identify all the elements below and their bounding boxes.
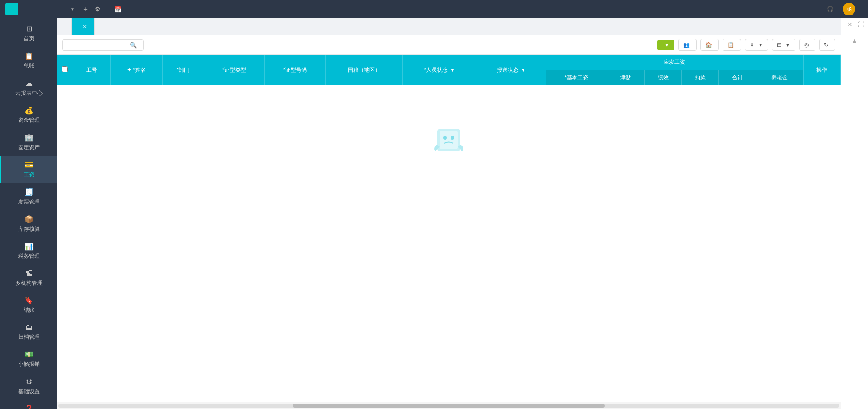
sidebar-icon-salary: 💳 (24, 161, 34, 169)
refresh-btn[interactable]: ↻ (819, 39, 835, 51)
sidebar-label-tax: 税务管理 (18, 253, 40, 260)
sidebar: ⊞首页📋总账☁云报表中心💰资金管理🏢固定资产💳工资🧾发票管理📦库存核算📊税务管理… (0, 18, 57, 409)
sidebar-icon-fund: 💰 (24, 106, 34, 115)
sidebar-label-checkout: 结账 (24, 307, 34, 314)
sidebar-icon-inventory: 📦 (24, 215, 34, 224)
deduct-icon: 🏠 (705, 42, 712, 48)
th-dept: *部门 (162, 55, 204, 85)
sidebar-label-settings: 基础设置 (18, 388, 40, 395)
panel-header: ✕ ⛶ (841, 18, 868, 31)
emp-status-filter-icon: ▼ (450, 68, 455, 73)
tab-bar: ✕ (57, 18, 841, 35)
export-btn[interactable]: ⬇ ▼ (745, 39, 768, 51)
search-wrap: 🔍 (62, 39, 144, 51)
main-layout: ⊞首页📋总账☁云报表中心💰资金管理🏢固定资产💳工资🧾发票管理📦库存核算📊税务管理… (0, 18, 868, 409)
sidebar-item-home[interactable]: ⊞首页 (0, 20, 57, 47)
sidebar-item-new-guide[interactable]: ❓新手引导 (0, 400, 57, 409)
th-emp-status[interactable]: *人员状态 ▼ (402, 55, 476, 85)
operation-btn[interactable]: ⊟ ▼ (772, 39, 795, 51)
close-panel-btn[interactable]: ✕ (845, 20, 854, 29)
logo-area (5, 3, 62, 15)
tab-salary[interactable]: ✕ (72, 18, 95, 35)
sidebar-item-inventory[interactable]: 📦库存核算 (0, 210, 57, 238)
svg-rect-1 (440, 131, 458, 149)
header-right: 🎧 畅 (827, 3, 863, 15)
sidebar-icon-archive: 🗂 (25, 323, 33, 331)
add-person-btn[interactable]: ▼ (657, 40, 674, 50)
social-security-btn[interactable]: 👥 (678, 39, 697, 51)
operation-dropdown-arrow: ▼ (785, 42, 790, 48)
th-name: ✦ *姓名 (110, 55, 162, 85)
th-base-salary: *基本工资 (546, 70, 607, 86)
guide-btn[interactable]: ◎ (799, 39, 815, 51)
content-area: ✕ 🔍 ▼ 👥 🏠 📋 (57, 18, 841, 409)
sidebar-item-cloud-report[interactable]: ☁云报表中心 (0, 74, 57, 102)
sidebar-item-invoice[interactable]: 🧾发票管理 (0, 183, 57, 210)
service-btn[interactable]: 🎧 (827, 6, 835, 12)
sidebar-item-checkout[interactable]: 🔖结账 (0, 292, 57, 319)
th-nationality: 国籍（地区） (325, 55, 402, 85)
date-sidebar-panel: ✕ ⛶ ▲ (841, 18, 868, 409)
scroll-track[interactable] (58, 404, 839, 408)
sidebar-icon-settings: ⚙ (26, 377, 32, 386)
tab-home[interactable] (57, 18, 72, 35)
sidebar-label-salary: 工资 (24, 171, 34, 179)
sidebar-label-home: 首页 (24, 35, 34, 43)
add-company-btn[interactable]: ＋ (82, 5, 89, 14)
sidebar-item-settings[interactable]: ⚙基础设置 (0, 373, 57, 400)
expand-panel-btn[interactable]: ⛶ (856, 20, 866, 29)
search-input[interactable] (66, 42, 130, 48)
sidebar-label-expense: 小畅报销 (18, 360, 40, 368)
tab-close-icon[interactable]: ✕ (82, 24, 87, 30)
salary-table: 工号 ✦ *姓名 *部门 *证型类型 *证型号码 国籍（地区） *人员状态 ▼ … (57, 55, 841, 86)
sidebar-item-archive[interactable]: 🗂归档管理 (0, 319, 57, 346)
sidebar-icon-new-guide: ❓ (24, 404, 34, 409)
date-month-list: ▲ (841, 35, 868, 409)
scroll-thumb[interactable] (293, 404, 605, 408)
th-allowance: 津贴 (607, 70, 644, 86)
special-deduct-btn[interactable]: 🏠 (700, 39, 719, 51)
logo-icon (5, 3, 18, 15)
empty-icon (431, 122, 467, 158)
th-actions: 操作 (803, 55, 840, 85)
th-checkbox[interactable] (57, 55, 73, 85)
operation-icon: ⊟ (777, 42, 781, 48)
top-header: ▼ ＋ ⚙ 📅 🎧 畅 (0, 0, 868, 18)
income-tax-btn[interactable]: 📋 (723, 39, 741, 51)
social-security-icon: 👥 (683, 42, 690, 48)
sidebar-label-multi-org: 多机构管理 (15, 279, 43, 287)
select-all-checkbox[interactable] (62, 66, 68, 72)
date-panel-header (841, 31, 868, 35)
sidebar-label-archive: 归档管理 (18, 333, 40, 341)
company-dropdown-arrow: ▼ (70, 7, 75, 12)
sidebar-label-fixed-assets: 固定资产 (18, 144, 40, 151)
sidebar-label-ledger: 总账 (24, 62, 34, 70)
company-selector[interactable]: ▼ (68, 7, 75, 12)
sidebar-item-multi-org[interactable]: 🏗多机构管理 (0, 265, 57, 292)
sidebar-icon-tax: 📊 (24, 242, 34, 251)
sidebar-icon-cloud-report: ☁ (25, 79, 33, 88)
sidebar-label-fund: 资金管理 (18, 117, 40, 124)
sidebar-item-tax[interactable]: 📊税务管理 (0, 238, 57, 265)
sidebar-item-salary[interactable]: 💳工资 (0, 156, 57, 183)
sidebar-label-invoice: 发票管理 (18, 198, 40, 206)
th-performance: 绩效 (644, 70, 681, 86)
sidebar-item-ledger[interactable]: 📋总账 (0, 47, 57, 74)
avatar: 畅 (843, 3, 855, 15)
settings-icon[interactable]: ⚙ (95, 5, 101, 13)
sidebar-icon-ledger: 📋 (24, 52, 34, 60)
sidebar-item-fixed-assets[interactable]: 🏢固定资产 (0, 129, 57, 156)
th-id-no: *证型号码 (265, 55, 326, 85)
tax-icon: 📋 (727, 42, 734, 48)
sidebar-icon-invoice: 🧾 (24, 188, 34, 196)
sidebar-icon-multi-org: 🏗 (25, 269, 33, 278)
th-id-type: *证型类型 (204, 55, 265, 85)
period-area: 📅 (108, 6, 121, 13)
calendar-icon[interactable]: 📅 (114, 6, 121, 13)
th-report-status[interactable]: 报送状态 ▼ (476, 55, 546, 85)
report-status-filter-icon: ▼ (521, 68, 525, 73)
date-prev-btn[interactable]: ▲ (849, 35, 860, 46)
sidebar-item-expense[interactable]: 💵小畅报销 (0, 346, 57, 373)
sidebar-item-fund[interactable]: 💰资金管理 (0, 102, 57, 129)
th-emp-no: 工号 (73, 55, 110, 85)
